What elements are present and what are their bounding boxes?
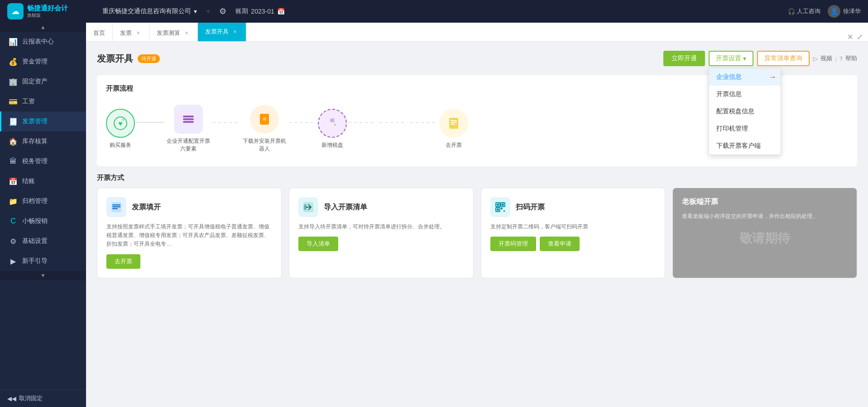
- step-connector-5: [379, 122, 407, 123]
- tab-bar: 首页 发票 × 发票测算 × 发票开具 × ✕ ⤢: [86, 23, 868, 42]
- sidebar-label-close: 结账: [22, 177, 35, 185]
- sidebar-scroll-down[interactable]: ▼: [0, 271, 86, 280]
- step-disk: 税+ 新增税盘: [318, 109, 347, 149]
- svg-rect-16: [112, 204, 120, 206]
- page-title-area: 发票开具 待开通: [97, 53, 160, 65]
- step-config-label: 企业开通配置开票六要素: [166, 137, 211, 153]
- dropdown-download-client[interactable]: 下载开票客户端: [709, 137, 781, 155]
- archive-icon: 📁: [9, 197, 18, 206]
- sidebar-item-guide[interactable]: ▶ 新手引导: [0, 251, 86, 271]
- sidebar-label-fixed-assets: 固定资产: [22, 78, 48, 86]
- sidebar-item-inventory[interactable]: 🏠 库存核算: [0, 131, 86, 151]
- cloud-report-icon: 📊: [9, 37, 18, 46]
- sidebar-item-payroll[interactable]: 💳 工资: [0, 92, 86, 111]
- method-boss-header: 老板端开票: [682, 197, 848, 207]
- dropdown-tax-disk[interactable]: 配置税盘信息: [709, 103, 781, 120]
- sidebar-item-archive[interactable]: 📁 归档管理: [0, 191, 86, 211]
- method-fill-icon: [106, 197, 126, 217]
- settings-dropdown-container: 开票设置 ▾ 企业信息 → 开票信息: [709, 51, 753, 66]
- method-scan: 扫码开票 支持定制开票二维码，客户端可扫码开票 开票码管理 查看申请: [481, 188, 666, 278]
- svg-rect-18: [112, 208, 118, 209]
- tax-icon: 🏛: [9, 157, 18, 166]
- header-right: 🎧 人工咨询 👤 徐泽华: [788, 5, 861, 18]
- company-dropdown-icon: ▾: [194, 8, 197, 15]
- tab-invoice-calc-close[interactable]: ×: [183, 29, 190, 37]
- dropdown-printer[interactable]: 打印机管理: [709, 120, 781, 137]
- tab-close-all-icon[interactable]: ✕: [847, 33, 853, 41]
- page-header: 发票开具 待开通 立即开通 开票设置 ▾ 企业信息: [97, 51, 857, 66]
- sidebar-item-close[interactable]: 📅 结账: [0, 171, 86, 191]
- settings-header-btn[interactable]: ⚙: [216, 5, 230, 18]
- header-divider: +: [206, 7, 210, 15]
- sidebar-scroll-up[interactable]: ▲: [0, 23, 86, 32]
- method-import-desc: 支持导入待开票清单，可对待开票清单进行拆分、合并处理。: [298, 223, 464, 231]
- dropdown-invoice-info[interactable]: 开票信息: [709, 86, 781, 103]
- sidebar-item-settings[interactable]: ⚙ 基础设置: [0, 231, 86, 251]
- video-help-area: ▷ 视频 | ? 帮助: [813, 54, 857, 63]
- service-label: 人工咨询: [797, 7, 820, 15]
- step-issue-icon: [439, 109, 468, 138]
- sidebar-label-cloud-report: 云报表中心: [22, 38, 54, 46]
- fill-invoice-btn[interactable]: 去开票: [106, 254, 140, 269]
- sidebar-item-fund[interactable]: 💰 资金管理: [0, 52, 86, 72]
- sidebar-bottom: ◀◀ 取消固定: [0, 389, 86, 407]
- help-label[interactable]: 帮助: [845, 54, 857, 63]
- settings-dropdown-menu: 企业信息 → 开票信息 配置税盘信息 打印机管理: [709, 68, 781, 155]
- sidebar: ▲ 📊 云报表中心 💰 资金管理 🏢 固定资产 💳 工资 🧾 发票管理 🏠 库存…: [0, 23, 86, 407]
- sidebar-item-cloud-report[interactable]: 📊 云报表中心: [0, 32, 86, 52]
- settings-icon: ⚙: [9, 237, 18, 246]
- step-issue: 去开票: [439, 109, 468, 149]
- step-buy-icon: ♥+: [106, 109, 135, 138]
- svg-rect-4: [183, 118, 194, 120]
- fund-icon: 💰: [9, 57, 18, 66]
- sidebar-item-fixed-assets[interactable]: 🏢 固定资产: [0, 72, 86, 92]
- video-label[interactable]: 视频: [820, 54, 832, 63]
- tab-expand-icon[interactable]: ⤢: [857, 33, 863, 41]
- tab-invoice-issue[interactable]: 发票开具 ×: [198, 23, 246, 41]
- sidebar-item-invoice[interactable]: 🧾 发票管理: [0, 111, 86, 131]
- anomaly-btn[interactable]: 异常清单查询: [757, 51, 810, 66]
- user-btn[interactable]: 👤 徐泽华: [828, 5, 861, 18]
- tab-invoice-issue-close[interactable]: ×: [231, 28, 239, 35]
- tab-bar-right: ✕ ⤢: [842, 33, 868, 41]
- sidebar-item-tax[interactable]: 🏛 税务管理: [0, 151, 86, 171]
- method-boss: 老板端开票 查看老板端小程序提交的开票申请，并作出相应的处理。 敬请期待: [672, 188, 857, 278]
- expense-icon: C: [9, 217, 18, 226]
- user-avatar: 👤: [828, 5, 840, 18]
- method-import-title: 导入开票清单: [324, 203, 367, 212]
- import-list-btn[interactable]: 导入清单: [298, 237, 338, 251]
- tab-invoice[interactable]: 发票 ×: [113, 25, 149, 41]
- method-fill: 发票填开 支持按照发票样式手工填开发票；可开具增值税电子普通发票、增值税普通发票…: [97, 188, 282, 278]
- tab-invoice-issue-label: 发票开具: [205, 28, 229, 36]
- video-play-icon[interactable]: ▷: [813, 55, 818, 62]
- sidebar-item-expense[interactable]: C 小畅报销: [0, 211, 86, 231]
- svg-rect-5: [183, 121, 194, 123]
- tab-invoice-close[interactable]: ×: [134, 29, 142, 37]
- cancel-pin-btn[interactable]: ◀◀ 取消固定: [0, 390, 86, 407]
- service-btn[interactable]: 🎧 人工咨询: [788, 7, 820, 15]
- methods-grid: 发票填开 支持按照发票样式手工填开发票；可开具增值税电子普通发票、增值税普通发票…: [97, 188, 857, 278]
- period-label-text: 账期: [235, 7, 248, 15]
- method-scan-header: 扫码开票: [490, 197, 656, 217]
- svg-rect-12: [451, 120, 457, 121]
- company-selector[interactable]: 重庆畅捷交通信息咨询有限公司 ▾: [99, 5, 201, 17]
- main-layout: ▲ 📊 云报表中心 💰 资金管理 🏢 固定资产 💳 工资 🧾 发票管理 🏠 库存…: [0, 23, 868, 407]
- tab-home[interactable]: 首页: [86, 25, 113, 41]
- methods-section: 开票方式 发票填开 支持按照发票样式手工填开发票；可开具增值税电子普通发票、增值…: [97, 174, 857, 278]
- step-connector-6: [410, 122, 437, 123]
- qr-manage-btn[interactable]: 开票码管理: [490, 237, 536, 251]
- tab-invoice-calc[interactable]: 发票测算 ×: [149, 25, 198, 41]
- step-issue-label: 去开票: [446, 141, 462, 149]
- sidebar-label-guide: 新手引导: [22, 257, 48, 265]
- activate-btn[interactable]: 立即开通: [663, 51, 705, 66]
- top-header: ☁ 畅捷通好会计 旗舰版 重庆畅捷交通信息咨询有限公司 ▾ + ⚙ 账期 202…: [0, 0, 868, 23]
- view-application-btn[interactable]: 查看申请: [540, 237, 580, 251]
- svg-rect-27: [501, 208, 503, 209]
- dropdown-company-info[interactable]: 企业信息 →: [709, 68, 781, 86]
- method-scan-desc: 支持定制开票二维码，客户端可扫码开票: [490, 223, 656, 231]
- svg-rect-28: [504, 210, 505, 212]
- scan-buttons: 开票码管理 查看申请: [490, 237, 656, 251]
- sidebar-label-settings: 基础设置: [22, 237, 48, 245]
- settings-btn[interactable]: 开票设置 ▾: [709, 51, 753, 66]
- step-connector-2: [213, 122, 240, 123]
